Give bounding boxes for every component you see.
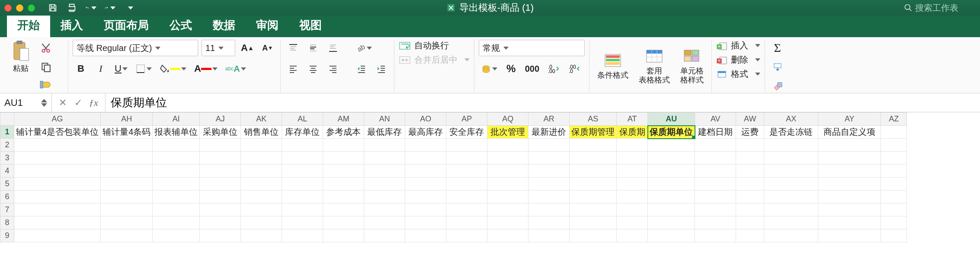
cell-AP3[interactable] [446,152,487,165]
cell-AJ7[interactable] [200,203,241,216]
cell-AQ8[interactable] [487,216,528,229]
cell-AS1[interactable]: 保质期管理 [570,126,617,139]
cell-AM8[interactable] [323,216,364,229]
cell-AK4[interactable] [241,165,282,178]
cell-AN9[interactable] [364,229,405,242]
col-header-AZ[interactable]: AZ [881,113,907,126]
formula-input[interactable] [106,93,980,112]
fill-button[interactable] [769,59,786,75]
cell-AU1[interactable]: 保质期单位 [648,126,695,139]
enter-formula-button[interactable]: ✓ [74,97,82,108]
name-box-spinner[interactable] [41,99,47,107]
cell-AR3[interactable] [528,152,570,165]
decrease-decimal-button[interactable]: .00.0 [566,60,583,77]
cell-AG8[interactable] [14,216,101,229]
col-header-AS[interactable]: AS [570,113,617,126]
insert-cells-button[interactable]: + 插入 [716,40,760,51]
cell-AG5[interactable] [14,178,101,191]
row-header-5[interactable]: 5 [0,178,14,191]
cell-AZ9[interactable] [881,229,907,242]
col-header-AN[interactable]: AN [364,113,405,126]
cell-AL6[interactable] [282,191,323,203]
cell-AT8[interactable] [617,216,648,229]
cell-AH4[interactable] [101,165,153,178]
merge-center-button[interactable]: 合并后居中 [399,54,470,66]
cell-AK8[interactable] [241,216,282,229]
col-header-AY[interactable]: AY [818,113,881,126]
cell-AU9[interactable] [648,229,695,242]
autosum-button[interactable]: Σ [769,40,786,56]
font-size-select[interactable]: 11 [202,40,235,56]
phonetic-button[interactable]: abcA [223,60,248,77]
cell-AL4[interactable] [282,165,323,178]
cell-AY3[interactable] [818,152,881,165]
cell-AH6[interactable] [101,191,153,203]
cell-AO8[interactable] [405,216,446,229]
cell-AS5[interactable] [570,178,617,191]
cell-AT4[interactable] [617,165,648,178]
increase-indent-button[interactable] [373,60,390,77]
cell-AZ3[interactable] [881,152,907,165]
cell-AV7[interactable] [695,203,736,216]
cell-AX5[interactable] [764,178,818,191]
cell-AL7[interactable] [282,203,323,216]
cell-AR4[interactable] [528,165,570,178]
align-right-button[interactable] [325,60,341,77]
cell-AJ2[interactable] [200,139,241,152]
decrease-font-button[interactable]: A▼ [259,40,276,56]
italic-button[interactable]: I [93,60,109,77]
currency-button[interactable] [479,60,500,77]
cell-AV6[interactable] [695,191,736,203]
cell-AQ2[interactable] [487,139,528,152]
cell-AW4[interactable] [736,165,764,178]
cell-AH2[interactable] [101,139,153,152]
cell-AM5[interactable] [323,178,364,191]
cell-AP7[interactable] [446,203,487,216]
cell-AO5[interactable] [405,178,446,191]
row-header-9[interactable]: 9 [0,229,14,242]
col-header-AT[interactable]: AT [617,113,648,126]
cell-AS8[interactable] [570,216,617,229]
col-header-AL[interactable]: AL [282,113,323,126]
minimize-window-button[interactable] [16,4,23,12]
cell-AL8[interactable] [282,216,323,229]
cell-AT1[interactable]: 保质期 [617,126,648,139]
search-sheet[interactable] [904,3,976,13]
clear-button[interactable] [769,78,786,94]
cell-AR8[interactable] [528,216,570,229]
cell-AT6[interactable] [617,191,648,203]
row-header-3[interactable]: 3 [0,152,14,165]
cell-AV1[interactable]: 建档日期 [695,126,736,139]
cell-AP6[interactable] [446,191,487,203]
cell-AQ6[interactable] [487,191,528,203]
cell-AI8[interactable] [153,216,200,229]
cell-AY2[interactable] [818,139,881,152]
copy-button[interactable] [37,59,54,75]
cell-AW1[interactable]: 运费 [736,126,764,139]
cell-AJ9[interactable] [200,229,241,242]
cell-AR5[interactable] [528,178,570,191]
cell-AL2[interactable] [282,139,323,152]
cell-AZ1[interactable] [881,126,907,139]
cell-AK1[interactable]: 销售单位 [241,126,282,139]
tab-data[interactable]: 数据 [202,13,246,37]
delete-cells-button[interactable]: × 删除 [716,54,760,66]
cell-AI6[interactable] [153,191,200,203]
orientation-button[interactable]: ab [353,40,374,56]
cell-AN8[interactable] [364,216,405,229]
number-format-select[interactable]: 常规 [479,40,585,56]
redo-icon[interactable] [104,3,115,13]
cell-AT2[interactable] [617,139,648,152]
underline-button[interactable]: U [112,60,130,77]
spreadsheet-grid[interactable]: AGAHAIAJAKALAMANAOAPAQARASATAUAVAWAXAYAZ… [0,112,980,242]
col-header-AK[interactable]: AK [241,113,282,126]
tab-page-layout[interactable]: 页面布局 [93,13,159,37]
cell-AO2[interactable] [405,139,446,152]
cell-AI4[interactable] [153,165,200,178]
fill-color-button[interactable] [157,60,189,77]
tab-home[interactable]: 开始 [7,13,50,37]
cell-AH3[interactable] [101,152,153,165]
cell-AY7[interactable] [818,203,881,216]
cell-AI9[interactable] [153,229,200,242]
cell-AI2[interactable] [153,139,200,152]
